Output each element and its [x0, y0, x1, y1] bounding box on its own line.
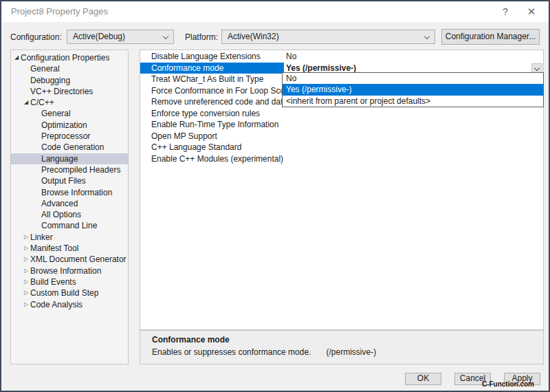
tree-item-language[interactable]: Language [11, 153, 128, 164]
property-row-enable-cpp-modules[interactable]: Enable C++ Modules (experimental) [140, 153, 543, 165]
tree-item-linker[interactable]: ▷Linker [11, 232, 128, 243]
conformance-mode-dropdown-list: No Yes (/permissive-) <inherit from pare… [282, 72, 544, 107]
platform-label: Platform: [185, 32, 218, 42]
configuration-label: Configuration: [10, 32, 62, 42]
window-title: Project8 Property Pages [11, 1, 108, 22]
configuration-value: Active(Debug) [73, 32, 125, 41]
tree-item-build-events[interactable]: ▷Build Events [11, 276, 128, 287]
tree-item-vcpp-directories[interactable]: VC++ Directories [11, 86, 128, 97]
description-title: Conformance mode [152, 335, 538, 345]
tree-item-optimization[interactable]: Optimization [11, 120, 128, 131]
combobox-dropdown-button[interactable] [531, 63, 542, 73]
expander-collapsed-icon[interactable]: ▷ [22, 265, 30, 276]
tree-item-configuration-properties[interactable]: ◢Configuration Properties [11, 52, 128, 63]
expander-collapsed-icon[interactable]: ▷ [22, 299, 30, 310]
chevron-down-icon [534, 65, 540, 70]
property-row-enable-rtti[interactable]: Enable Run-Time Type Information [140, 119, 543, 131]
dropdown-option-no[interactable]: No [283, 73, 543, 84]
category-tree: ◢Configuration Properties General Debugg… [10, 50, 129, 364]
tree-item-debugging[interactable]: Debugging [11, 75, 128, 86]
platform-value: Active(Win32) [228, 32, 279, 41]
expander-collapsed-icon[interactable]: ▷ [22, 254, 30, 265]
expander-expanded-icon[interactable]: ◢ [12, 52, 21, 63]
tree-item-code-analysis[interactable]: ▷Code Analysis [11, 299, 128, 310]
configuration-manager-button[interactable]: Configuration Manager... [441, 29, 540, 45]
ok-button[interactable]: OK [405, 373, 441, 385]
expander-collapsed-icon[interactable]: ▷ [22, 243, 30, 254]
description-text: Enables or suppresses conformance mode.(… [152, 347, 538, 357]
tree-item-custom-build-step[interactable]: ▷Custom Build Step [11, 287, 128, 298]
description-pane: Conformance mode Enables or suppresses c… [140, 330, 544, 364]
tree-item-xml-document-generator[interactable]: ▷XML Document Generator [11, 254, 128, 265]
property-pages-dialog: Project8 Property Pages ? ✕ Configuratio… [0, 0, 550, 392]
expander-collapsed-icon[interactable]: ▷ [22, 232, 30, 243]
tree-item-command-line[interactable]: Command Line [11, 220, 128, 231]
tree-item-output-files[interactable]: Output Files [11, 175, 128, 186]
tree-item-manifest-tool[interactable]: ▷Manifest Tool [11, 243, 128, 254]
property-row-cpp-language-standard[interactable]: C++ Language Standard [140, 142, 543, 153]
tree-item-all-options[interactable]: All Options [11, 209, 128, 220]
platform-dropdown[interactable]: Active(Win32) [221, 30, 435, 44]
tree-item-precompiled-headers[interactable]: Precompiled Headers [11, 164, 128, 175]
expander-expanded-icon[interactable]: ◢ [22, 97, 30, 108]
chevron-down-icon [424, 34, 430, 39]
tree-item-preprocessor[interactable]: Preprocessor [11, 131, 128, 142]
property-row-open-mp-support[interactable]: Open MP Support [140, 131, 543, 142]
property-row-disable-language-extensions[interactable]: Disable Language ExtensionsNo [140, 51, 543, 63]
close-icon[interactable]: ✕ [522, 1, 540, 22]
tree-item-code-generation[interactable]: Code Generation [11, 142, 128, 153]
tree-item-c-cpp-general[interactable]: General [11, 108, 128, 119]
configuration-dropdown[interactable]: Active(Debug) [67, 30, 174, 44]
dropdown-option-yes-permissive[interactable]: Yes (/permissive-) [283, 84, 543, 95]
description-flag: (/permissive-) [326, 347, 376, 357]
tree-item-advanced[interactable]: Advanced [11, 198, 128, 209]
property-row-enforce-type-conversion[interactable]: Enforce type conversion rules [140, 108, 543, 120]
help-icon[interactable]: ? [496, 1, 514, 22]
expander-collapsed-icon[interactable]: ▷ [22, 276, 30, 287]
tree-item-browse-information[interactable]: Browse Information [11, 187, 128, 198]
expander-collapsed-icon[interactable]: ▷ [22, 287, 30, 298]
dropdown-option-inherit[interactable]: <inherit from parent or project defaults… [283, 96, 543, 107]
watermark: C-Function.com [482, 380, 534, 388]
tree-item-c-cpp[interactable]: ◢C/C++ [11, 97, 128, 108]
tree-item-general[interactable]: General [11, 63, 128, 74]
chevron-down-icon [163, 34, 168, 39]
title-bar: Project8 Property Pages ? ✕ [1, 1, 549, 22]
tree-item-browse-information-2[interactable]: ▷Browse Information [11, 265, 128, 276]
